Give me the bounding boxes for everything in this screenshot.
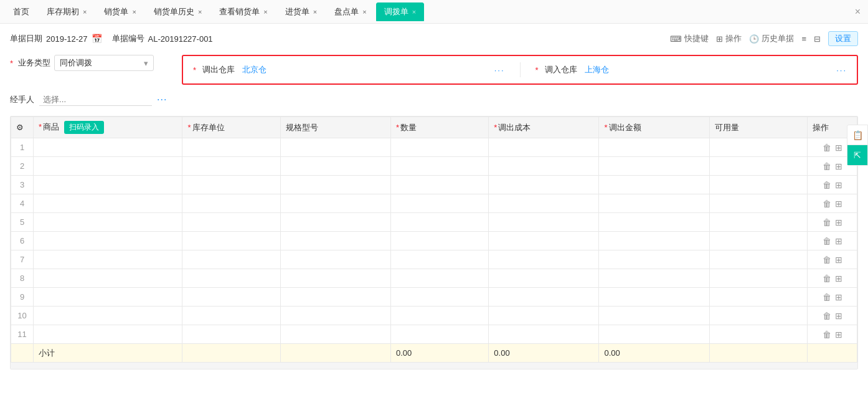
horizontal-scrollbar[interactable] [11,363,857,369]
cell-cost[interactable] [489,269,599,288]
copy-icon[interactable]: ⊞ [835,274,842,283]
delete-icon[interactable]: 🗑 [823,255,831,265]
cell-cost[interactable] [489,325,599,344]
delete-icon[interactable]: 🗑 [823,199,831,209]
cell-goods[interactable] [34,176,182,194]
copy-icon[interactable]: ⊞ [835,217,842,227]
shortcuts-button[interactable]: ⌨ 快捷键 [670,33,709,44]
operations-button[interactable]: ⊞ 操作 [716,33,742,44]
layout1-button[interactable]: ≡ [801,34,806,44]
cell-unit[interactable] [182,307,280,325]
cell-amount[interactable] [599,138,709,157]
cell-cost[interactable] [489,176,599,194]
cell-spec[interactable] [280,288,390,307]
close-all-tabs[interactable]: × [852,4,863,20]
scan-entry-button[interactable]: 扫码录入 [64,121,104,134]
cell-cost[interactable] [489,232,599,250]
tab-stocktake[interactable]: 盘点单 × [326,2,374,21]
cell-spec[interactable] [280,157,390,176]
cell-qty[interactable] [390,288,488,307]
cell-goods[interactable] [34,307,182,325]
cell-qty[interactable] [390,232,488,250]
calendar-icon[interactable]: 📅 [92,34,102,44]
cell-unit[interactable] [182,269,280,288]
cell-goods[interactable] [34,138,182,157]
cell-spec[interactable] [280,194,390,213]
cell-amount[interactable] [599,269,709,288]
cell-goods[interactable] [34,288,182,307]
warehouse-in-more-btn[interactable]: ··· [836,65,847,75]
cell-amount[interactable] [599,157,709,176]
delete-icon[interactable]: 🗑 [823,311,831,321]
handler-input[interactable] [39,93,152,106]
copy-icon[interactable]: ⊞ [835,199,842,209]
cell-qty[interactable] [390,307,488,325]
settings-button[interactable]: 设置 [828,31,858,46]
cell-amount[interactable] [599,325,709,344]
cell-amount[interactable] [599,232,709,250]
copy-icon[interactable]: ⊞ [835,292,842,302]
cell-unit[interactable] [182,176,280,194]
warehouse-out-value[interactable]: 北京仓 [242,64,267,75]
right-expand-button[interactable]: ⇱ [847,145,867,165]
cell-spec[interactable] [280,213,390,232]
cell-goods[interactable] [34,250,182,269]
cell-qty[interactable] [390,250,488,269]
doc-date-value[interactable]: 2019-12-27 [46,34,88,44]
tab-sales[interactable]: 销货单 × [96,2,144,21]
tab-view-sales[interactable]: 查看销货单 × [211,2,275,21]
copy-icon[interactable]: ⊞ [835,143,842,153]
tab-close-sales-history[interactable]: × [198,8,202,16]
cell-goods[interactable] [34,325,182,344]
cell-amount[interactable] [599,307,709,325]
cell-unit[interactable] [182,288,280,307]
tab-transfer[interactable]: 调拨单 × [376,2,424,21]
cell-goods[interactable] [34,232,182,250]
delete-icon[interactable]: 🗑 [823,330,831,340]
tab-sales-history[interactable]: 销货单历史 × [146,2,210,21]
copy-icon[interactable]: ⊞ [835,255,842,265]
cell-qty[interactable] [390,269,488,288]
cell-unit[interactable] [182,250,280,269]
delete-icon[interactable]: 🗑 [823,274,831,283]
col-settings-header[interactable]: ⚙ [11,117,34,138]
cell-amount[interactable] [599,213,709,232]
cell-amount[interactable] [599,176,709,194]
copy-icon[interactable]: ⊞ [835,236,842,246]
cell-goods[interactable] [34,157,182,176]
cell-qty[interactable] [390,194,488,213]
cell-spec[interactable] [280,232,390,250]
cell-amount[interactable] [599,250,709,269]
cell-spec[interactable] [280,307,390,325]
delete-icon[interactable]: 🗑 [823,161,831,171]
copy-icon[interactable]: ⊞ [835,161,842,171]
cell-qty[interactable] [390,138,488,157]
tab-close-inventory-init[interactable]: × [83,8,87,16]
cell-cost[interactable] [489,288,599,307]
delete-icon[interactable]: 🗑 [823,292,831,302]
cell-amount[interactable] [599,288,709,307]
layout2-button[interactable]: ⊟ [814,34,821,44]
cell-amount[interactable] [599,194,709,213]
cell-cost[interactable] [489,157,599,176]
cell-cost[interactable] [489,307,599,325]
copy-icon[interactable]: ⊞ [835,311,842,321]
warehouse-out-more-btn[interactable]: ··· [494,65,505,75]
right-doc-button[interactable]: 📋 [847,125,867,145]
cell-spec[interactable] [280,269,390,288]
tab-close-sales[interactable]: × [132,8,136,16]
handler-more-btn[interactable]: ··· [157,94,167,105]
cell-qty[interactable] [390,213,488,232]
cell-cost[interactable] [489,194,599,213]
cell-qty[interactable] [390,325,488,344]
copy-icon[interactable]: ⊞ [835,180,842,190]
cell-spec[interactable] [280,250,390,269]
tab-close-view-sales[interactable]: × [263,8,267,16]
warehouse-in-value[interactable]: 上海仓 [585,64,609,75]
tab-close-purchase[interactable]: × [313,8,317,16]
tab-inventory-init[interactable]: 库存期初 × [39,2,95,21]
cell-unit[interactable] [182,157,280,176]
delete-icon[interactable]: 🗑 [823,143,831,153]
cell-spec[interactable] [280,176,390,194]
cell-cost[interactable] [489,250,599,269]
